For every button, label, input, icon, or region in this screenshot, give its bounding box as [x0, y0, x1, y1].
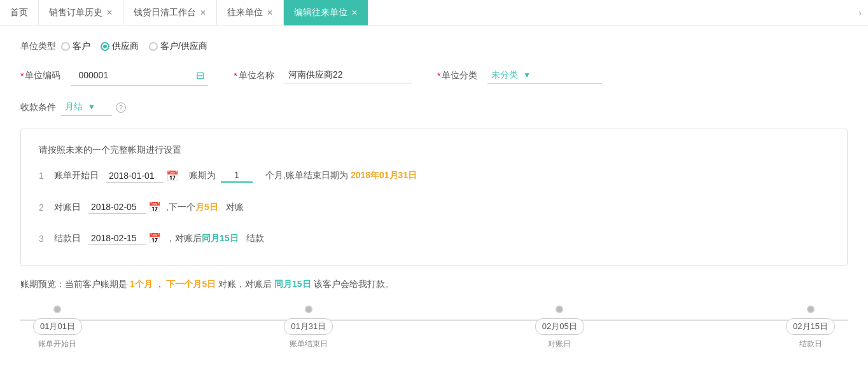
row-3-label: 结款日	[54, 233, 81, 244]
unit-category-group: * 单位分类 未分类 ▼	[437, 67, 602, 84]
unit-category-select[interactable]: 未分类 ▼	[487, 67, 602, 84]
row-2-label: 对账日	[54, 202, 81, 213]
row-1-end-date: 2018年01月31日	[351, 170, 417, 181]
payment-help-icon[interactable]: ?	[116, 102, 126, 113]
timeline-dot-4	[807, 306, 815, 313]
timeline-dot-1	[53, 306, 61, 313]
tab-sales-history-close[interactable]: ✕	[106, 8, 113, 17]
radio-supplier-label: 供应商	[112, 41, 139, 52]
radio-group-unit-type: 客户 供应商 客户/供应商	[61, 41, 207, 52]
radio-customer-supplier-label: 客户/供应商	[160, 41, 207, 52]
preview-part2: 下一个月5日	[166, 279, 216, 289]
radio-supplier-circle	[101, 42, 109, 51]
radio-customer-circle	[61, 42, 70, 51]
row-1-label: 账单开始日	[54, 170, 99, 181]
row-1-months-input[interactable]	[221, 169, 253, 183]
radio-customer-label: 客户	[73, 41, 90, 52]
unit-code-input-wrap: ⊟	[71, 65, 208, 86]
row-1-mid-label: 账期为	[189, 170, 216, 181]
timeline-badge-2: 01月31日	[284, 318, 333, 335]
tab-cashier-label: 钱货日清工作台	[134, 7, 196, 18]
unit-code-copy-icon[interactable]: ⊟	[196, 69, 204, 81]
unit-name-label: 单位名称	[239, 70, 274, 81]
tab-edit-units-close[interactable]: ✕	[351, 8, 358, 17]
unit-category-star: *	[437, 71, 440, 81]
tab-sales-history[interactable]: 销售订单历史 ✕	[39, 0, 123, 25]
tab-units-close[interactable]: ✕	[267, 8, 273, 17]
timeline-badge-4: 02月15日	[786, 318, 835, 335]
unit-name-input[interactable]	[284, 67, 412, 83]
tabs-scroll-arrow[interactable]: ›	[852, 8, 868, 18]
tab-home[interactable]: 首页	[0, 0, 39, 25]
tab-edit-units-label: 编辑往来单位	[294, 7, 347, 18]
timeline-badge-1: 01月01日	[33, 318, 82, 335]
timeline-items: 01月01日 账单开始日 01月31日 账单结束日 02月05日 对账日 02月…	[33, 306, 835, 349]
payment-row: 收款条件 月结 ▼ ?	[20, 99, 848, 116]
preview-prefix: 账期预览：当前客户账期是	[20, 279, 127, 289]
unit-code-star: *	[20, 71, 24, 81]
tab-sales-history-label: 销售订单历史	[49, 7, 102, 18]
section-title: 请按照未来的一个完整帐期进行设置	[39, 144, 829, 156]
row-2-highlight: 月5日	[195, 202, 218, 213]
timeline-badge-3: 02月05日	[535, 318, 584, 335]
row-1-end-text: 个月,账单结束日期为	[265, 170, 348, 181]
tab-units-label: 往来单位	[227, 7, 263, 18]
tab-home-label: 首页	[10, 7, 28, 18]
row-3-desc: ，对账后	[166, 233, 202, 244]
unit-category-label: 单位分类	[442, 70, 477, 81]
payment-label: 收款条件	[20, 102, 56, 113]
preview-suffix: 该客户会给我打款。	[314, 279, 394, 289]
preview-part1: 1个月	[130, 279, 153, 289]
row-3-date-wrap: 📅	[88, 232, 161, 245]
timeline-item-3: 02月05日 对账日	[535, 306, 584, 349]
tab-cashier[interactable]: 钱货日清工作台 ✕	[123, 0, 217, 25]
unit-name-group: * 单位名称	[234, 67, 411, 83]
row-2-calendar-icon[interactable]: 📅	[148, 201, 161, 213]
timeline-item-2: 01月31日 账单结束日	[284, 306, 333, 349]
code-name-category-row: * 单位编码 ⊟ * 单位名称 * 单位分类 未分类 ▼	[20, 65, 848, 86]
timeline-label-1: 账单开始日	[38, 339, 76, 349]
unit-name-star: *	[234, 71, 237, 81]
page-content: 单位类型 客户 供应商 客户/供应商 * 单位编码 ⊟	[0, 25, 868, 387]
setting-row-3: 3 结款日 📅 ，对账后 同月15日 结款	[39, 232, 829, 245]
setting-row-2: 2 对账日 📅 ,下一个 月5日 对账	[39, 201, 829, 214]
timeline-label-4: 结款日	[799, 339, 822, 349]
tab-edit-units[interactable]: 编辑往来单位 ✕	[284, 0, 368, 25]
unit-type-label: 单位类型	[20, 41, 56, 52]
row-num-3: 3	[39, 234, 54, 244]
radio-customer[interactable]: 客户	[61, 41, 90, 52]
timeline-label-2: 账单结束日	[290, 339, 328, 349]
timeline-dot-2	[305, 306, 312, 313]
tab-cashier-close[interactable]: ✕	[200, 8, 206, 17]
row-1-calendar-icon[interactable]: 📅	[166, 170, 179, 182]
timeline-label-3: 对账日	[548, 339, 571, 349]
row-3-date-input[interactable]	[88, 232, 146, 245]
row-3-highlight: 同月15日	[202, 233, 239, 244]
radio-customer-supplier[interactable]: 客户/供应商	[149, 41, 207, 52]
row-2-date-wrap: 📅	[88, 201, 161, 214]
unit-category-chevron: ▼	[523, 71, 531, 80]
row-3-calendar-icon[interactable]: 📅	[148, 232, 161, 244]
preview-text: 账期预览：当前客户账期是 1个月 ， 下一个月5日 对账，对账后 同月15日 该…	[20, 279, 848, 290]
row-1-date-input[interactable]	[106, 169, 164, 183]
timeline-item-4: 02月15日 结款日	[786, 306, 835, 349]
unit-code-group: * 单位编码 ⊟	[20, 65, 208, 86]
radio-supplier[interactable]: 供应商	[101, 41, 139, 52]
tabs-bar: 首页 销售订单历史 ✕ 钱货日清工作台 ✕ 往来单位 ✕ 编辑往来单位 ✕ ›	[0, 0, 868, 25]
payment-select[interactable]: 月结 ▼	[61, 99, 112, 116]
unit-code-input[interactable]	[74, 67, 193, 83]
unit-code-label: 单位编码	[25, 70, 60, 81]
row-num-1: 1	[39, 171, 54, 181]
radio-customer-supplier-circle	[149, 42, 158, 51]
preview-comma1: ，	[155, 279, 164, 289]
preview-mid: 对账，对账后	[218, 279, 272, 289]
timeline-container: 01月01日 账单开始日 01月31日 账单结束日 02月05日 对账日 02月…	[20, 306, 848, 349]
row-2-date-input[interactable]	[88, 201, 146, 214]
row-num-2: 2	[39, 202, 54, 213]
payment-value: 月结	[65, 101, 83, 113]
timeline-item-1: 01月01日 账单开始日	[33, 306, 82, 349]
row-1-date-wrap: 📅	[106, 169, 179, 183]
row-2-desc: ,下一个	[166, 202, 195, 213]
tab-units[interactable]: 往来单位 ✕	[217, 0, 284, 25]
payment-chevron: ▼	[88, 102, 95, 111]
